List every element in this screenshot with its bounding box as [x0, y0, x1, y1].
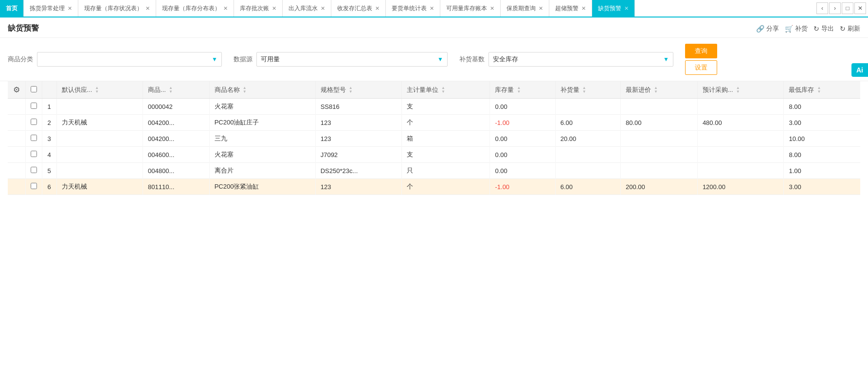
- ai-badge[interactable]: Ai: [851, 63, 868, 77]
- th-code[interactable]: 商品... ▲▼: [143, 81, 210, 99]
- row-name: PC200油缸庄子: [209, 115, 315, 131]
- row-gear: [8, 131, 25, 147]
- row-num: 3: [42, 131, 56, 147]
- page-title: 缺货预警: [8, 23, 39, 34]
- row-checkbox[interactable]: [31, 135, 37, 141]
- row-checkbox[interactable]: [31, 167, 37, 173]
- tab-inout[interactable]: 出入库流水 ✕: [283, 0, 331, 17]
- tab-scroll-right[interactable]: ›: [829, 2, 841, 14]
- query-button[interactable]: 查询: [685, 44, 717, 58]
- th-replenish-qty-sort[interactable]: ▲▼: [582, 86, 586, 94]
- th-estimated[interactable]: 预计采购... ▲▼: [697, 81, 784, 99]
- tab-avail-ledger[interactable]: 可用量库存账本 ✕: [440, 0, 501, 17]
- row-gear: [8, 115, 25, 131]
- row-check[interactable]: [25, 115, 42, 131]
- th-spec[interactable]: 规格型号 ▲▼: [315, 81, 401, 99]
- th-stock-sort[interactable]: ▲▼: [517, 86, 521, 94]
- th-unit[interactable]: 主计量单位 ▲▼: [401, 81, 490, 99]
- tab-purchase-stat[interactable]: 要货单统计表 ✕: [386, 0, 440, 17]
- row-num: 5: [42, 163, 56, 179]
- share-label: 分享: [766, 24, 779, 33]
- th-supplier-sort[interactable]: ▲▼: [95, 86, 99, 94]
- row-checkbox[interactable]: [31, 119, 37, 125]
- row-latest-price: 80.00: [621, 115, 698, 131]
- tab-batch[interactable]: 库存批次账 ✕: [234, 0, 283, 17]
- tab-expiry[interactable]: 保质期查询 ✕: [501, 0, 549, 17]
- row-estimated: [697, 163, 784, 179]
- row-supplier: [56, 147, 143, 163]
- row-name: PC200张紧油缸: [209, 179, 315, 195]
- th-min-stock[interactable]: 最低库存 ▲▼: [784, 81, 860, 99]
- tab-window-close[interactable]: ✕: [854, 2, 866, 14]
- row-checkbox[interactable]: [31, 103, 37, 109]
- row-min-stock: 8.00: [784, 99, 860, 115]
- th-latest-price[interactable]: 最新进价 ▲▼: [621, 81, 698, 99]
- row-check[interactable]: [25, 147, 42, 163]
- filter-datasource-select[interactable]: 可用量 ▼: [256, 52, 448, 67]
- tab-purchase-stat-close[interactable]: ✕: [430, 5, 434, 12]
- th-estimated-sort[interactable]: ▲▼: [736, 86, 740, 94]
- th-check[interactable]: [25, 81, 42, 99]
- replenish-button[interactable]: 🛒 补货: [785, 24, 808, 33]
- tab-batch-close[interactable]: ✕: [272, 5, 276, 12]
- tab-exception-close[interactable]: ✕: [68, 5, 72, 12]
- tab-exception-label: 拣货异常处理: [30, 4, 65, 13]
- th-name[interactable]: 商品名称 ▲▼: [209, 81, 315, 99]
- row-supplier: [56, 99, 143, 115]
- row-check[interactable]: [25, 99, 42, 115]
- th-unit-sort[interactable]: ▲▼: [441, 86, 445, 94]
- tab-overstock[interactable]: 超储预警 ✕: [549, 0, 592, 17]
- row-latest-price: 200.00: [621, 179, 698, 195]
- th-latest-price-sort[interactable]: ▲▼: [654, 86, 658, 94]
- row-num: 6: [42, 179, 56, 195]
- filter-replenish-arrow: ▼: [663, 56, 669, 63]
- table-body: 1 0000042 火花塞 SS816 支 0.00 8.00 2 力天机械 0…: [8, 99, 860, 195]
- filter-replenish-select[interactable]: 安全库存 ▼: [488, 52, 673, 67]
- tab-overstock-close[interactable]: ✕: [581, 5, 586, 12]
- table-row: 3 004200... 三九 123 箱 0.00 20.00 10.00: [8, 131, 860, 147]
- tab-shortage[interactable]: 缺货预警 ✕: [592, 0, 635, 17]
- tab-home[interactable]: 首页: [0, 0, 24, 17]
- tab-inout-close[interactable]: ✕: [321, 5, 325, 12]
- tab-avail-ledger-close[interactable]: ✕: [490, 5, 494, 12]
- th-code-sort[interactable]: ▲▼: [169, 86, 173, 94]
- row-checkbox[interactable]: [31, 183, 37, 189]
- th-supplier[interactable]: 默认供应... ▲▼: [56, 81, 143, 99]
- row-latest-price: [621, 131, 698, 147]
- row-spec: J7092: [315, 147, 401, 163]
- th-replenish-qty[interactable]: 补货量 ▲▼: [555, 81, 620, 99]
- select-all-checkbox[interactable]: [31, 86, 37, 92]
- tab-inventory-status[interactable]: 现存量（库存状况表） ✕: [78, 0, 156, 17]
- th-name-sort[interactable]: ▲▼: [243, 86, 247, 94]
- tab-shortage-close[interactable]: ✕: [624, 5, 629, 12]
- gear-icon[interactable]: ⚙: [13, 86, 20, 94]
- tab-collect-close[interactable]: ✕: [375, 5, 380, 12]
- tab-expiry-close[interactable]: ✕: [539, 5, 543, 12]
- row-check[interactable]: [25, 131, 42, 147]
- tab-inventory-status-close[interactable]: ✕: [145, 5, 150, 12]
- settings-button[interactable]: 设置: [685, 60, 717, 75]
- row-replenish-qty: 6.00: [555, 179, 620, 195]
- tab-inventory-dist[interactable]: 现存量（库存分布表） ✕: [156, 0, 234, 17]
- th-gear[interactable]: ⚙: [8, 81, 25, 99]
- th-min-stock-sort[interactable]: ▲▼: [817, 86, 821, 94]
- share-button[interactable]: 🔗 分享: [756, 24, 779, 33]
- row-min-stock: 1.00: [784, 163, 860, 179]
- row-check[interactable]: [25, 179, 42, 195]
- tab-collect[interactable]: 收发存汇总表 ✕: [331, 0, 386, 17]
- tab-scroll-left[interactable]: ‹: [816, 2, 828, 14]
- filter-datasource-group: 数据源 可用量 ▼: [234, 52, 448, 67]
- row-checkbox[interactable]: [31, 151, 37, 157]
- tab-exception[interactable]: 拣货异常处理 ✕: [24, 0, 78, 17]
- export-button[interactable]: ↻ 导出: [814, 24, 834, 33]
- th-stock[interactable]: 库存量 ▲▼: [490, 81, 555, 99]
- refresh-button[interactable]: ↻ 刷新: [840, 24, 860, 33]
- filter-category-select[interactable]: ▼: [37, 52, 222, 67]
- tab-batch-label: 库存批次账: [240, 4, 269, 13]
- tab-inventory-dist-close[interactable]: ✕: [223, 5, 228, 12]
- filter-datasource-label: 数据源: [234, 55, 253, 64]
- tab-window-restore[interactable]: □: [842, 2, 853, 14]
- row-spec: 123: [315, 115, 401, 131]
- row-check[interactable]: [25, 163, 42, 179]
- th-spec-sort[interactable]: ▲▼: [349, 86, 353, 94]
